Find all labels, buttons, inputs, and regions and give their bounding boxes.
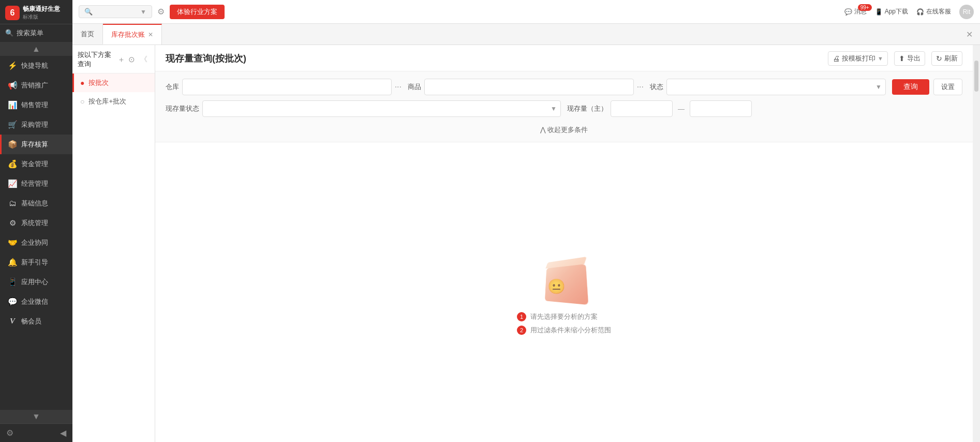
tab-home[interactable]: 首页 <box>72 24 103 44</box>
sidebar-item-label: 企业微信 <box>21 297 48 306</box>
sidebar-item-label: 经营管理 <box>21 179 48 188</box>
company-name: 畅康通好生意 <box>23 5 60 13</box>
collapse-panel-button[interactable]: 《 <box>138 55 150 65</box>
inventory-status-select[interactable] <box>202 100 561 117</box>
sidebar-item-finance[interactable]: 💰 资金管理 <box>0 154 72 174</box>
appstore-icon: 📱 <box>8 277 17 287</box>
solution-item-batch[interactable]: ● 按批次 <box>72 73 155 92</box>
topbar-dropdown-icon[interactable]: ▼ <box>140 8 146 16</box>
tab-panel-close-button[interactable]: ✕ <box>959 24 980 45</box>
sidebar-item-label: 畅会员 <box>21 317 41 326</box>
member-icon: V <box>8 317 17 326</box>
product-filter-cell: 商品 ··· <box>408 79 644 95</box>
topbar: 🔍 ▼ ⚙ 体验行业方案 💬 消息 99+ 📱 App下载 🎧 在线客服 Rit <box>72 0 980 24</box>
solution-panel-title: 按以下方案查询 <box>78 50 117 69</box>
sidebar-item-shortcuts[interactable]: ⚡ 快捷导航 <box>0 56 72 76</box>
sidebar-item-sales[interactable]: 📊 销售管理 <box>0 95 72 115</box>
quantity-min-input[interactable] <box>611 100 673 117</box>
sidebar-item-label: 基础信息 <box>21 199 48 208</box>
topbar-search[interactable]: 🔍 ▼ <box>79 5 152 18</box>
topbar-settings-icon[interactable]: ⚙ <box>157 7 165 17</box>
right-scrollbar[interactable] <box>973 45 980 442</box>
warehouse-more-icon[interactable]: ··· <box>395 82 402 92</box>
user-avatar[interactable]: Rit <box>959 5 974 19</box>
sidebar-item-system[interactable]: ⚙ 系统管理 <box>0 213 72 233</box>
refresh-label: 刷新 <box>944 54 958 63</box>
tab-batch-account[interactable]: 库存批次账 ✕ <box>103 24 162 45</box>
guide-icon: 🔔 <box>8 258 17 267</box>
sidebar-item-appstore[interactable]: 📱 应用中心 <box>0 272 72 292</box>
step-2-num: 2 <box>517 326 526 335</box>
filter-settings-button[interactable]: 设置 <box>933 79 962 95</box>
content-area: 按以下方案查询 ＋ ⊙ 《 ● 按批次 ○ 按仓库+批次 现存量查询(按批次) <box>72 45 980 442</box>
collapse-sidebar-icon[interactable]: ◀ <box>60 428 66 438</box>
wechat-icon: 💬 <box>8 297 17 306</box>
quantity-max-input[interactable] <box>690 100 752 117</box>
filter-actions: 查询 设置 <box>892 79 962 95</box>
status-filter-cell: 状态 ▼ <box>650 79 886 95</box>
topbar-search-input[interactable] <box>96 8 137 16</box>
query-button[interactable]: 查询 <box>892 79 929 95</box>
settings-footer-icon[interactable]: ⚙ <box>6 428 13 438</box>
sidebar-item-enterprise[interactable]: 🤝 企业协同 <box>0 233 72 253</box>
refresh-icon: ↻ <box>936 54 942 63</box>
empty-state: 😐 1 请先选择要分析的方案 2 用过滤条件来缩小分析范围 <box>155 142 973 442</box>
operations-icon: 📈 <box>8 179 17 188</box>
solution-inactive-icon: ○ <box>80 97 84 106</box>
tab-close-button[interactable]: ✕ <box>148 31 153 38</box>
sidebar-item-inventory[interactable]: 📦 库存核算 <box>0 135 72 154</box>
topbar-search-icon: 🔍 <box>84 8 93 16</box>
filter-row-1: 仓库 ··· 商品 ··· 状态 <box>166 79 962 95</box>
sales-icon: 📊 <box>8 100 17 110</box>
product-input[interactable] <box>424 79 634 95</box>
trial-button[interactable]: 体验行业方案 <box>170 5 225 19</box>
app-logo: 6 <box>5 6 20 20</box>
sidebar-item-label: 企业协同 <box>21 238 48 247</box>
app-download-label: App下载 <box>885 7 908 16</box>
quantity-filter-cell: 现存量（主） — <box>567 100 962 117</box>
sidebar-item-guide[interactable]: 🔔 新手引导 <box>0 253 72 272</box>
sidebar-item-operations[interactable]: 📈 经营管理 <box>0 174 72 194</box>
shortcuts-icon: ⚡ <box>8 61 17 70</box>
sidebar-item-marketing[interactable]: 📢 营销推广 <box>0 76 72 95</box>
warehouse-label: 仓库 <box>166 82 179 92</box>
online-service-action[interactable]: 🎧 在线客服 <box>916 7 951 16</box>
sidebar-item-label: 采购管理 <box>21 120 48 129</box>
add-solution-button[interactable]: ＋ <box>117 55 125 65</box>
solution-item-label: 按仓库+批次 <box>88 97 126 106</box>
online-service-icon: 🎧 <box>916 8 924 16</box>
quantity-label: 现存量（主） <box>567 104 607 113</box>
export-button[interactable]: ⬆ 导出 <box>894 51 925 66</box>
scroll-down-button[interactable]: ▼ <box>0 410 72 423</box>
enterprise-icon: 🤝 <box>8 238 17 247</box>
finance-icon: 💰 <box>8 159 17 169</box>
sidebar-item-wechat[interactable]: 💬 企业微信 <box>0 292 72 312</box>
sidebar-item-basic[interactable]: 🗂 基础信息 <box>0 194 72 213</box>
solution-active-icon: ● <box>80 79 84 87</box>
tabs-bar: 首页 库存批次账 ✕ ✕ <box>72 24 980 45</box>
warehouse-input[interactable] <box>182 79 392 95</box>
main-area: 🔍 ▼ ⚙ 体验行业方案 💬 消息 99+ 📱 App下载 🎧 在线客服 Rit <box>72 0 980 442</box>
print-dropdown-icon[interactable]: ▼ <box>878 55 883 62</box>
solution-panel-header: 按以下方案查询 ＋ ⊙ 《 <box>72 45 155 73</box>
scrollbar-thumb[interactable] <box>974 61 978 92</box>
filter-area: 仓库 ··· 商品 ··· 状态 <box>155 71 973 142</box>
print-button[interactable]: 🖨 按模板打印 ▼ <box>828 51 888 66</box>
message-icon: 💬 <box>844 8 852 16</box>
solution-item-warehouse-batch[interactable]: ○ 按仓库+批次 <box>72 92 155 111</box>
sidebar-item-label: 快捷导航 <box>21 61 48 70</box>
status-select[interactable] <box>666 79 886 95</box>
sidebar-item-purchase[interactable]: 🛒 采购管理 <box>0 115 72 135</box>
product-more-icon[interactable]: ··· <box>637 82 644 92</box>
messages-action[interactable]: 💬 消息 99+ <box>844 7 867 16</box>
collapse-more-button[interactable]: ⋀ 收起更多条件 <box>166 122 962 138</box>
refresh-button[interactable]: ↻ 刷新 <box>931 51 962 66</box>
app-download-action[interactable]: 📱 App下载 <box>875 7 908 16</box>
search-menu-item[interactable]: 🔍 搜索菜单 <box>0 24 72 42</box>
sidebar-footer: ⚙ ◀ <box>0 423 72 442</box>
settings-solution-button[interactable]: ⊙ <box>128 55 135 65</box>
step-1-num: 1 <box>517 312 526 321</box>
scroll-up-button[interactable]: ▲ <box>0 42 72 56</box>
app-download-icon: 📱 <box>875 8 883 16</box>
sidebar-item-member[interactable]: V 畅会员 <box>0 312 72 331</box>
